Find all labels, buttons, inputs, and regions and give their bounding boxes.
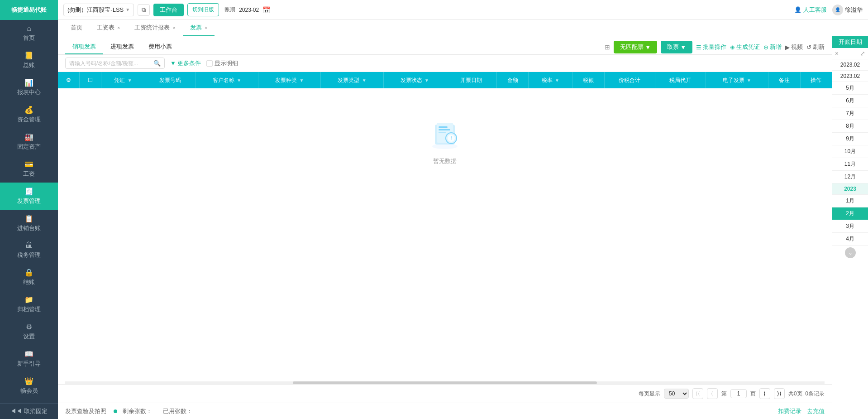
col-invoice-type[interactable]: 发票种类 ▼ (258, 72, 321, 88)
date-item-6[interactable]: 6月 (832, 95, 868, 107)
col-tax-rate[interactable]: 税率 ▼ (529, 72, 572, 88)
date-item-11[interactable]: 11月 (832, 158, 868, 171)
page-size-select[interactable]: 50 10 20 100 (664, 389, 689, 399)
sidebar-item-tax[interactable]: 🏛 税务管理 (0, 237, 58, 264)
panel-scroll-close[interactable]: ⌄ (845, 247, 856, 258)
sidebar-item-close-account[interactable]: 🔒 结账 (0, 264, 58, 291)
used-label: 已用张数： (163, 407, 192, 415)
tab-invoice[interactable]: 发票 × (183, 20, 215, 36)
member-icon: 👑 (24, 377, 33, 385)
sub-tab-outgoing[interactable]: 销项发票 (65, 40, 103, 54)
tab-salary-report-close[interactable]: × (172, 25, 175, 30)
sidebar-item-sales-ledger[interactable]: 📋 进销台账 (0, 210, 58, 237)
sub-tab-expense[interactable]: 费用小票 (141, 40, 179, 54)
prev-page-btn[interactable]: ⟨ (707, 388, 718, 399)
add-record-link[interactable]: 扣费记录 (778, 407, 801, 415)
search-input[interactable] (69, 60, 152, 67)
new-btn[interactable]: ⊕ 新增 (763, 43, 782, 51)
user-menu[interactable]: 👤 徐溢华 (832, 5, 863, 15)
date-item-9[interactable]: 9月 (832, 133, 868, 145)
avatar: 👤 (832, 5, 843, 15)
date-item-8[interactable]: 8月 (832, 120, 868, 133)
tab-home-label: 首页 (71, 24, 82, 32)
page-input[interactable] (730, 389, 747, 398)
batch-ops-label: 批量操作 (703, 43, 726, 51)
no-match-btn[interactable]: 无匹配票 ▼ (614, 41, 657, 53)
sidebar-item-label: 设置 (23, 332, 35, 341)
tab-invoice-close[interactable]: × (205, 25, 207, 30)
sub-tab-incoming[interactable]: 进项发票 (103, 40, 141, 54)
first-page-btn[interactable]: ⟨⟨ (692, 388, 703, 399)
calendar-icon: 📅 (262, 6, 270, 14)
tab-salary[interactable]: 工资表 × (90, 20, 127, 36)
tab-salary-close[interactable]: × (117, 25, 120, 30)
col-customer[interactable]: 客户名称 ▼ (196, 72, 258, 88)
take-btn[interactable]: 取票 ▼ (661, 41, 692, 53)
date-item-3[interactable]: 3月 (832, 220, 868, 233)
panel-expand-btn[interactable]: ⤢ (860, 50, 865, 57)
video-btn[interactable]: ▶ 视频 (785, 43, 803, 51)
tabs-bar: 首页 工资表 × 工资统计报表 × 发票 × (58, 20, 868, 36)
sidebar-item-archive[interactable]: 📁 归档管理 (0, 291, 58, 318)
invoice-table: ⚙ ☐ 凭证 ▼ 发票号码 客户名称 ▼ 发票种类 ▼ 发票类型 ▼ 发票状态 … (58, 72, 832, 88)
col-invoice-status[interactable]: 发票状态 ▼ (383, 72, 446, 88)
company-selector[interactable]: (勿删）江西股宝-LSS ▼ (63, 4, 134, 16)
gen-voucher-btn[interactable]: ⊕ 生成凭证 (730, 43, 760, 51)
date-item-2023-02-first[interactable]: 2023.02 (832, 59, 868, 71)
tab-salary-report[interactable]: 工资统计报表 × (127, 20, 182, 36)
date-item-2023-02[interactable]: 2023.02 (832, 71, 868, 82)
date-item-10[interactable]: 10月 (832, 145, 868, 158)
col-checkbox[interactable]: ☐ (79, 72, 101, 88)
col-settings[interactable]: ⚙ (58, 72, 79, 88)
sidebar-item-fund[interactable]: 💰 资金管理 (0, 101, 58, 128)
refresh-btn[interactable]: ↺ 刷新 (806, 43, 825, 51)
user-name-label: 徐溢华 (845, 6, 863, 14)
col-voucher[interactable]: 凭证 ▼ (101, 72, 145, 88)
col-invoice-category[interactable]: 发票类型 ▼ (321, 72, 383, 88)
recharge-link[interactable]: 去充值 (807, 407, 825, 415)
tab-home[interactable]: 首页 (63, 20, 90, 36)
sidebar-item-settings[interactable]: ⚙ 设置 (0, 318, 58, 345)
date-item-1[interactable]: 1月 (832, 195, 868, 207)
last-page-btn[interactable]: ⟩⟩ (774, 388, 785, 399)
workbench-btn[interactable]: 工作台 (153, 4, 184, 16)
sidebar-item-ledger[interactable]: 📒 总账 (0, 47, 58, 74)
date-item-2-active[interactable]: 2月 (832, 207, 868, 220)
sub-tab-outgoing-label: 销项发票 (72, 43, 96, 50)
col-electronic[interactable]: 电子发票 ▼ (706, 72, 768, 88)
tab-salary-label: 工资表 (97, 24, 114, 32)
ai-service-btn[interactable]: 👤 人工客服 (794, 6, 827, 14)
sidebar-item-home[interactable]: ⌂ 首页 (0, 20, 58, 47)
sidebar-item-invoice[interactable]: 🧾 发票管理 (0, 183, 58, 210)
grid-icon: ⊞ (605, 43, 610, 51)
show-detail-checkbox[interactable] (206, 60, 213, 67)
salary-icon: 💳 (24, 160, 33, 169)
sub-tab-incoming-label: 进项发票 (110, 43, 134, 50)
date-item-year-2023[interactable]: 2023 (832, 183, 868, 195)
date-item-5[interactable]: 5月 (832, 82, 868, 95)
fund-icon: 💰 (24, 106, 33, 114)
more-filter-label: 更多条件 (177, 59, 201, 67)
date-item-4[interactable]: 4月 (832, 233, 868, 246)
date-item-12[interactable]: 12月 (832, 171, 868, 183)
show-detail-toggle[interactable]: 显示明细 (206, 59, 238, 67)
next-page-btn[interactable]: ⟩ (759, 388, 770, 399)
sub-tabs: 销项发票 进项发票 费用小票 ⊞ 无匹配票 ▼ 取票 (58, 36, 832, 55)
sidebar-item-salary[interactable]: 💳 工资 (0, 155, 58, 183)
panel-close-btn[interactable]: × (835, 50, 839, 57)
copy-btn[interactable]: ⧉ (138, 4, 150, 16)
open-period-btn[interactable]: 开账日期 (832, 36, 868, 48)
sidebar-item-guide[interactable]: 📖 新手引导 (0, 345, 58, 372)
more-filter-btn[interactable]: ▼ 更多条件 (170, 59, 201, 67)
date-panel: 开账日期 × ⤢ 2023.02 2023.02 5月 6月 7月 8月 9月 … (832, 36, 868, 419)
sidebar-item-fixed-asset[interactable]: 🏭 固定资产 (0, 128, 58, 155)
sidebar-item-label: 发票管理 (17, 197, 41, 205)
date-item-7[interactable]: 7月 (832, 107, 868, 120)
old-version-btn[interactable]: 切到旧版 (187, 3, 219, 16)
sidebar-collapse-btn[interactable]: ◀◀ 取消固定 (0, 403, 58, 419)
sidebar-item-member[interactable]: 👑 畅会员 (0, 372, 58, 400)
batch-ops-btn[interactable]: ☰ 批量操作 (696, 43, 726, 51)
search-input-wrap[interactable]: 🔍 (65, 58, 165, 69)
page-size-label: 每页显示 (639, 390, 660, 398)
sidebar-item-report[interactable]: 📊 报表中心 (0, 74, 58, 101)
